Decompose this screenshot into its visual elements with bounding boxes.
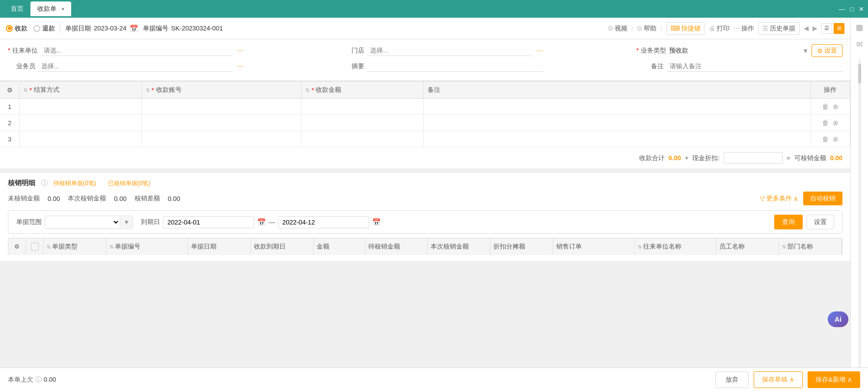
row1-delete-btn[interactable]: 🗑 [822, 103, 829, 111]
query-btn[interactable]: 查询 [774, 215, 803, 229]
range-dropdown-icon[interactable]: ▼ [120, 217, 133, 228]
row3-amount-input[interactable] [305, 136, 419, 143]
verification-section: 核销明细 ⓘ 待核销单据(0笔) 已核销单据(0笔) 未核销金额 0.00 本次… [0, 173, 850, 261]
store-input[interactable] [367, 45, 532, 56]
sidebar-table-icon[interactable]: ▦ [856, 23, 863, 32]
more-conditions-btn[interactable]: ▽ 更多条件 ∧ [760, 194, 798, 203]
doc-num-label: 单据编号 [143, 24, 168, 33]
hint-label: 本单上欠 [8, 375, 33, 384]
tab-close-icon[interactable]: × [61, 6, 64, 12]
filter-settings-btn[interactable]: 设置 [807, 215, 834, 229]
sidebar-email-icon[interactable]: ✉ [856, 40, 863, 49]
row3-account-input[interactable] [146, 136, 298, 143]
td-row3-amount[interactable] [301, 131, 424, 147]
store-more-btn[interactable]: ··· [537, 46, 543, 55]
save-draft-button[interactable]: 保存草稿 ∧ [754, 371, 803, 388]
due-date-start-calendar-icon[interactable]: 📅 [257, 218, 266, 226]
row3-settlement-input[interactable] [24, 136, 137, 143]
print-btn[interactable]: 🖨 打印 [709, 24, 730, 33]
history-btn[interactable]: ☰ 历史单据 [758, 22, 800, 35]
row1-settlement-input[interactable] [24, 103, 137, 111]
view-grid-btn[interactable]: ⊞ [834, 23, 844, 34]
row1-account-input[interactable] [146, 103, 298, 111]
tab-current[interactable]: 收款单 × [30, 1, 71, 16]
row1-remark-input[interactable] [428, 103, 807, 111]
summary-input[interactable] [367, 61, 543, 72]
minimize-icon[interactable]: — [839, 5, 845, 13]
remark-input[interactable] [667, 61, 842, 72]
row2-amount-input[interactable] [305, 119, 419, 127]
row3-copy-btn[interactable]: ⊕ [833, 135, 839, 143]
doc-num-field: 单据编号 SK-20230324-001 [143, 24, 223, 33]
bottom-hint: 本单上欠 ⓘ 0.00 [8, 375, 56, 384]
verif-info-icon[interactable]: ⓘ [41, 179, 48, 188]
save-new-button[interactable]: 保存&新增 ∧ [808, 371, 860, 388]
operation-btn[interactable]: ⋯ 操作 [733, 24, 754, 33]
due-date-start-input[interactable] [163, 216, 254, 228]
row2-copy-btn[interactable]: ⊕ [833, 119, 839, 127]
tab-home[interactable]: 首页 [4, 1, 30, 16]
td-row3-settlement[interactable] [20, 131, 142, 147]
th-settings[interactable]: ⚙ [0, 83, 20, 98]
ai-badge[interactable]: Ai [828, 311, 848, 327]
due-date-end-input[interactable] [278, 216, 369, 228]
staff-input[interactable] [38, 61, 232, 72]
row2-settlement-input[interactable] [24, 119, 137, 127]
shortcut-btn[interactable]: ⌨ 快捷键 [666, 22, 705, 35]
dth-check[interactable] [26, 239, 44, 254]
row1-copy-btn[interactable]: ⊕ [833, 103, 839, 111]
row2-remark-input[interactable] [428, 119, 807, 127]
summary-row: 收款合计 0.00 + 现金折扣: = 可核销金额 0.00 [0, 147, 850, 169]
scrollbar-area[interactable] [858, 59, 861, 367]
td-row2-amount[interactable] [301, 115, 424, 131]
summary-discount-label: 现金折扣: [692, 154, 720, 163]
nav-left-icon[interactable]: ◀ [804, 25, 809, 32]
row2-account-input[interactable] [146, 119, 298, 127]
help-btn[interactable]: ⊙ 帮助 [637, 24, 656, 33]
store-field: 门店 ··· [337, 45, 543, 56]
radio-shou[interactable]: 收款 [6, 24, 27, 33]
bottom-bar: 本单上欠 ⓘ 0.00 放弃 保存草稿 ∧ 保存&新增 ∧ [0, 367, 868, 391]
td-row1-account[interactable] [142, 99, 302, 114]
maximize-icon[interactable]: □ [850, 5, 854, 13]
select-all-checkbox[interactable] [31, 243, 39, 251]
nav-right-icon[interactable]: ▶ [813, 25, 817, 32]
row2-delete-btn[interactable]: 🗑 [822, 119, 829, 127]
row3-remark-input[interactable] [428, 136, 807, 143]
auto-verif-btn[interactable]: 自动核销 [803, 192, 842, 205]
radio-tui-dot [33, 25, 40, 32]
summary-total-label: 收款合计 [639, 154, 665, 163]
td-row1-amount[interactable] [301, 99, 424, 114]
td-row2-account[interactable] [142, 115, 302, 131]
td-row1-remark[interactable] [424, 99, 811, 114]
summary-discount-input[interactable] [724, 152, 783, 164]
td-row2-settlement[interactable] [20, 115, 142, 131]
dth-settings[interactable]: ⚙ [8, 239, 26, 254]
staff-more-btn[interactable]: ··· [237, 62, 244, 71]
counterpart-input[interactable] [41, 45, 232, 56]
close-icon[interactable]: ✕ [859, 5, 864, 13]
counterpart-more-btn[interactable]: ··· [237, 46, 244, 55]
hint-info-icon[interactable]: ⓘ [35, 375, 42, 384]
doc-date-calendar-icon[interactable]: 📅 [130, 25, 138, 32]
range-select[interactable] [45, 216, 120, 228]
abandon-button[interactable]: 放弃 [715, 371, 749, 388]
settings-button[interactable]: ⚙ 设置 [812, 44, 842, 57]
biz-type-dropdown-icon[interactable]: ▼ [802, 47, 809, 55]
due-date-filter-field: 到期日 📅 — 📅 [141, 216, 380, 228]
view-list-btn[interactable]: ☰ [821, 23, 832, 34]
due-date-end-calendar-icon[interactable]: 📅 [372, 218, 380, 226]
verif-pending-tab[interactable]: 待核销单据(0笔) [54, 179, 96, 188]
row1-amount-input[interactable] [305, 103, 419, 111]
unverified-value: 0.00 [48, 195, 60, 202]
td-row3-remark[interactable] [424, 131, 811, 147]
td-row2-remark[interactable] [424, 115, 811, 131]
verif-done-tab[interactable]: 已核销单据(0笔) [108, 179, 151, 188]
radio-tui[interactable]: 退款 [33, 24, 55, 33]
video-btn[interactable]: ⊙ 视频 [608, 24, 627, 33]
table-row: 3 🗑 ⊕ [0, 131, 850, 147]
row3-delete-btn[interactable]: 🗑 [822, 135, 829, 143]
td-row3-account[interactable] [142, 131, 302, 147]
form-row-2: 业务员 ··· 摘要 备注 [8, 61, 842, 72]
td-row1-settlement[interactable] [20, 99, 142, 114]
